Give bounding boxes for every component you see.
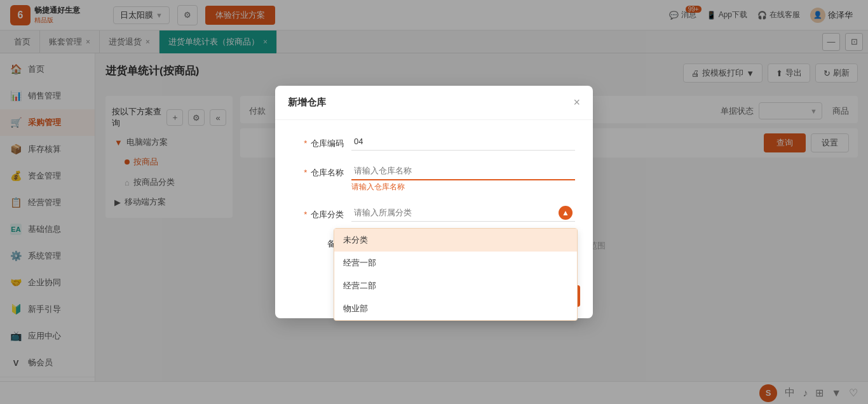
- warehouse-category-input[interactable]: [351, 204, 575, 222]
- modal-title: 新增仓库: [288, 97, 326, 109]
- form-row-category: * 仓库分类 ▲ 未分类 经营一部 经营二部 物业部: [293, 204, 575, 222]
- code-label-text: 仓库编码: [311, 138, 344, 148]
- category-toggle-button[interactable]: ▲: [559, 206, 573, 220]
- code-input-wrap: [351, 133, 575, 151]
- modal-body: * 仓库编码 * 仓库名称 请输入仓库名称: [275, 120, 593, 279]
- modal-overlay: 新增仓库 × * 仓库编码 * 仓库名称: [0, 0, 868, 404]
- form-row-name: * 仓库名称 请输入仓库名称: [293, 162, 575, 192]
- modal-add-warehouse: 新增仓库 × * 仓库编码 * 仓库名称: [275, 86, 593, 318]
- dropdown-item-dept2[interactable]: 经营二部: [334, 274, 577, 297]
- form-row-code: * 仓库编码: [293, 133, 575, 151]
- dropdown-item-uncategorized[interactable]: 未分类: [334, 229, 577, 252]
- category-dropdown: 未分类 经营一部 经营二部 物业部: [334, 228, 578, 321]
- modal-header: 新增仓库 ×: [275, 86, 593, 120]
- category-label: * 仓库分类: [293, 204, 344, 220]
- category-label-text: 仓库分类: [311, 210, 344, 219]
- warehouse-name-input[interactable]: [351, 162, 575, 180]
- dropdown-item-dept1[interactable]: 经营一部: [334, 252, 577, 274]
- dropdown-item-dept3[interactable]: 物业部: [334, 297, 577, 320]
- name-error-msg: 请输入仓库名称: [351, 182, 575, 192]
- required-star-name: *: [304, 168, 307, 177]
- modal-close-button[interactable]: ×: [573, 96, 580, 109]
- category-input-wrap: ▲ 未分类 经营一部 经营二部 物业部: [351, 204, 575, 222]
- warehouse-code-input[interactable]: [351, 133, 575, 151]
- required-star: *: [304, 138, 307, 148]
- name-label-text: 仓库名称: [311, 168, 344, 177]
- name-input-wrap: 请输入仓库名称: [351, 162, 575, 192]
- name-label: * 仓库名称: [293, 162, 344, 178]
- code-label: * 仓库编码: [293, 133, 344, 149]
- required-star-cat: *: [304, 210, 307, 219]
